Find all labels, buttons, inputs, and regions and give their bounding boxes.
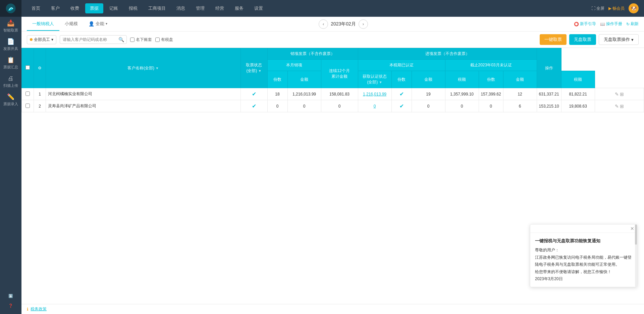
guide-icon: ⭕: [574, 22, 579, 26]
sort-icon[interactable]: ▼: [155, 66, 159, 70]
row-checkbox[interactable]: [22, 88, 34, 100]
invoice-open-icon: 📄: [7, 38, 14, 45]
sales-12month-link[interactable]: 1,216,013.99: [363, 92, 386, 97]
avatar[interactable]: 🐶: [629, 3, 639, 13]
subaccount-checkbox[interactable]: [130, 38, 135, 42]
sidebar-item-help[interactable]: ❓: [0, 301, 21, 311]
th-sales-current: 本月销项: [267, 60, 321, 71]
bottom-bar: ℹ 税务政策: [21, 304, 644, 314]
employee-select[interactable]: 全部员工 ▾: [27, 35, 56, 44]
th-sales-amount: 金额: [287, 71, 321, 88]
fullscreen-button[interactable]: ⛶ 全屏: [591, 6, 604, 11]
tab-all[interactable]: 👤 全能 ▾: [83, 17, 113, 31]
row-fetch-status: ✔: [240, 100, 267, 112]
nav-invoice[interactable]: 票据: [85, 3, 103, 13]
download-icon: ⬇️: [8, 294, 13, 298]
row-auth-status: ✔: [391, 88, 412, 100]
help-icon: ❓: [8, 304, 13, 308]
nav-bookkeeping[interactable]: 记账: [105, 3, 123, 13]
row-sales-tax: 0: [321, 100, 358, 112]
sidebar-item-invoice-entry[interactable]: ✏️ 票据录入: [0, 90, 21, 109]
taxdisk-checkbox[interactable]: [155, 38, 160, 42]
sidebar-item-label: 扫描上传: [3, 83, 18, 88]
row-sales-count: 18: [267, 88, 287, 100]
topnav: 首页 客户 收费 票据 记账 报税 工商项目 消息 管理 经营 服务 设置 ⛶ …: [21, 0, 644, 17]
scan-upload-icon: 🖨: [8, 75, 14, 82]
sales-12month-link[interactable]: 0: [374, 104, 376, 109]
row-input-count: 19: [412, 88, 445, 100]
nav-message[interactable]: 消息: [172, 3, 190, 13]
sort-icon[interactable]: ▼: [379, 80, 382, 84]
search-icon[interactable]: 🔍: [118, 37, 124, 42]
sidebar-item-smart-fetch[interactable]: 📥 智能取票: [0, 17, 21, 35]
new-guide-button[interactable]: ⭕ 新手引导: [574, 21, 596, 27]
vip-icon: ▶: [608, 6, 611, 11]
select-all-checkbox[interactable]: [25, 65, 30, 70]
table-row: 2 灵寿县尚泽矿产品有限公司 ✔ 0 0 0 0 ✔ 0 0 0 6 153,2…: [22, 100, 644, 112]
all-tab-icon: 👤: [89, 21, 94, 26]
no-disk-ops-button[interactable]: 无盘取票操作 ▾: [599, 34, 639, 45]
filter-right: 一键取票 无盘取票 无盘取票操作 ▾: [540, 34, 639, 45]
nav-home[interactable]: 首页: [27, 3, 45, 13]
refresh-button[interactable]: ↻ 刷新: [626, 21, 639, 27]
edit-icon[interactable]: ✎: [615, 104, 619, 109]
th-operations: 操作: [537, 48, 561, 88]
nav-tax[interactable]: 报税: [124, 3, 142, 13]
sidebar-item-invoice-summary[interactable]: 📋 票据汇总: [0, 54, 21, 72]
edit-icon[interactable]: ✎: [615, 91, 619, 97]
row-input-tax: 0: [479, 100, 503, 112]
notification-close-button[interactable]: ✕: [630, 226, 634, 231]
copy-icon[interactable]: ⊞: [620, 91, 624, 97]
tab-small-scale[interactable]: 小规模: [59, 17, 83, 31]
employee-dot: [30, 38, 33, 41]
th-input-count: 份数: [391, 71, 412, 88]
invoice-summary-icon: 📋: [7, 56, 14, 64]
sort-icon[interactable]: ▼: [258, 69, 262, 73]
nav-operation[interactable]: 经营: [211, 3, 229, 13]
nav-manage[interactable]: 管理: [191, 3, 209, 13]
table-row: 1 河北柯橘楠实业有限公司 ✔ 18 1,216,013.99 158,081.…: [22, 88, 644, 100]
sidebar-item-download[interactable]: ⬇️: [0, 291, 21, 301]
row-uncert-amount: 153,215.10: [537, 100, 561, 112]
next-month-button[interactable]: ›: [359, 19, 368, 29]
checkbox-subaccount[interactable]: 名下账套: [130, 37, 152, 43]
tax-policy-link[interactable]: 税务政策: [31, 306, 47, 312]
notification-date: 2023年3月20日: [535, 275, 632, 283]
settings-icon[interactable]: ⚙: [38, 66, 42, 70]
nav-billing[interactable]: 收费: [66, 3, 84, 13]
book-icon: 📖: [600, 22, 605, 26]
tabs-center: ‹ 2023年02月 ›: [319, 19, 368, 29]
copy-icon[interactable]: ⊞: [620, 104, 624, 109]
main-table: ⚙ 客户名称(全部) ▼ 取票状态(全部) ▼ 销项发票（不含作废票） 进项发票…: [21, 48, 644, 112]
checkbox-taxdisk[interactable]: 有税盘: [155, 37, 173, 43]
chevron-right-icon: ›: [363, 21, 364, 26]
row-checkbox[interactable]: [22, 100, 34, 112]
nav-service[interactable]: 服务: [230, 3, 248, 13]
notification-title: 一键报税与无盘取票功能恢复通知: [535, 237, 632, 245]
th-input-until: 截止2023年03月未认证: [445, 60, 537, 71]
scrollbar[interactable]: [635, 225, 637, 287]
row-uncert-count: 12: [503, 88, 537, 100]
manual-button[interactable]: 📖 操作手册: [600, 21, 622, 27]
search-input[interactable]: [60, 35, 127, 44]
chevron-down-icon: ▾: [51, 37, 53, 42]
sidebar-item-scan-upload[interactable]: 🖨 扫描上传: [0, 72, 21, 90]
tab-general-taxpayer[interactable]: 一般纳税人: [27, 17, 59, 31]
info-icon: ℹ: [27, 307, 29, 312]
scroll-thumb[interactable]: [635, 225, 637, 245]
th-uncert-tax: 税额: [561, 71, 595, 88]
nav-settings[interactable]: 设置: [250, 3, 268, 13]
prev-month-button[interactable]: ‹: [319, 19, 328, 29]
one-click-fetch-button[interactable]: 一键取票: [540, 34, 567, 45]
nav-customer[interactable]: 客户: [46, 3, 64, 13]
vip-button[interactable]: ▶ 畅会员: [608, 6, 625, 11]
topnav-right: ⛶ 全屏 ▶ 畅会员 🐶: [591, 3, 639, 13]
refresh-icon: ↻: [626, 22, 630, 26]
th-input-tax: 税额: [445, 71, 479, 88]
row-customer-name: 河北柯橘楠实业有限公司: [46, 88, 241, 100]
no-disk-fetch-button[interactable]: 无盘取票: [569, 34, 596, 45]
nav-business[interactable]: 工商项目: [144, 3, 170, 13]
invoice-entry-icon: ✏️: [7, 93, 14, 101]
search-wrap: 🔍: [60, 35, 127, 44]
sidebar-item-invoice-open[interactable]: 📄 发票开具: [0, 35, 21, 54]
